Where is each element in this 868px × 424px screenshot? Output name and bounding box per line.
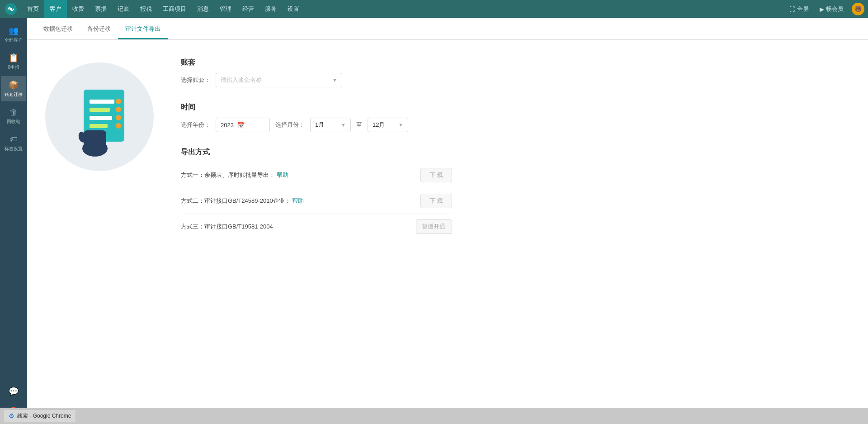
sidebar-item-zero-declaration[interactable]: 📋 0申报: [1, 49, 26, 74]
start-month-select[interactable]: 1月 ▼: [310, 118, 351, 132]
export-method-2: 方式二：审计接口GB/T24589-2010企业： 帮助 下 载: [181, 188, 452, 214]
page-body: 账套 选择账套： 请输入账套名称 ▼ 时间 选择年: [45, 53, 452, 239]
chrome-icon: ⚙: [9, 412, 14, 419]
app-logo: [4, 2, 18, 16]
export-method-1-download-button[interactable]: 下 载: [420, 168, 452, 182]
account-select-label: 选择账套：: [181, 76, 210, 84]
export-method-2-help-link[interactable]: 帮助: [292, 197, 304, 204]
nav-customer[interactable]: 客户: [44, 0, 67, 18]
nav-tax[interactable]: 报税: [135, 0, 157, 18]
end-month-select[interactable]: 12月 ▼: [368, 118, 408, 132]
export-method-1-help-link[interactable]: 帮助: [277, 172, 288, 178]
sidebar-message-icon[interactable]: 💬: [5, 383, 22, 400]
svg-point-7: [116, 99, 121, 104]
sidebar-item-tag-settings[interactable]: 🏷 标签设置: [1, 130, 26, 156]
migration-icon: 📦: [9, 80, 19, 90]
declaration-icon: 📋: [9, 53, 19, 63]
export-section-title: 导出方式: [181, 148, 452, 157]
year-label: 选择年份：: [181, 121, 210, 129]
main-content: 账套 选择账套： 请输入账套名称 ▼ 时间 选择年: [27, 40, 868, 424]
export-method-3-text: 方式三：审计接口GB/T19581-2004: [181, 223, 273, 231]
customers-icon: 👥: [9, 26, 19, 36]
chevron-down-icon: ▼: [341, 122, 346, 128]
nav-manage[interactable]: 管理: [214, 0, 237, 18]
nav-fee[interactable]: 收费: [67, 0, 90, 18]
chevron-down-icon: ▼: [398, 122, 403, 128]
fullscreen-icon: ⛶: [789, 6, 795, 13]
start-month-value: 1月: [315, 121, 337, 129]
svg-point-9: [116, 115, 121, 120]
nav-operation[interactable]: 经营: [237, 0, 259, 18]
time-separator: 至: [356, 121, 362, 129]
nav-message[interactable]: 消息: [192, 0, 214, 18]
sidebar: 👥 全部客户 📋 0申报 📦 账套迁移 🗑 回收站 🏷 标签设置 💬 ❓: [0, 18, 27, 424]
export-method-2-text: 方式二：审计接口GB/T24589-2010企业： 帮助: [181, 197, 304, 205]
export-method-3-label: 方式三：审计接口GB/T19581-2004: [181, 223, 273, 230]
sidebar-item-recycle[interactable]: 🗑 回收站: [1, 103, 26, 129]
illustration-svg: [59, 71, 140, 162]
sidebar-item-all-customers[interactable]: 👥 全部客户: [1, 22, 26, 47]
nav-settings[interactable]: 设置: [282, 0, 305, 18]
member-label: 畅会员: [826, 5, 844, 13]
chevron-down-icon: ▼: [332, 77, 337, 83]
end-month-value: 12月: [373, 121, 395, 129]
svg-rect-5: [90, 116, 112, 120]
nav-invoice[interactable]: 票据: [90, 0, 112, 18]
svg-point-8: [116, 107, 121, 112]
account-placeholder: 请输入账套名称: [221, 76, 329, 84]
taskbar-chrome-label: 线索 - Google Chrome: [17, 412, 71, 420]
fullscreen-label: 全屏: [797, 5, 809, 13]
calendar-icon: 📅: [237, 122, 245, 129]
time-section: 时间 选择年份： 2023 📅 选择月份： 1月 ▼: [181, 103, 452, 137]
svg-point-10: [116, 123, 121, 129]
svg-rect-6: [90, 124, 108, 128]
taskbar: ⚙ 线索 - Google Chrome: [0, 408, 868, 424]
export-method-1: 方式一：余额表、序时账批量导出： 帮助 下 载: [181, 162, 452, 188]
nav-bookkeeping[interactable]: 记账: [112, 0, 135, 18]
sidebar-item-account-migration[interactable]: 📦 账套迁移: [1, 76, 26, 101]
account-form-row: 选择账套： 请输入账套名称 ▼: [181, 73, 452, 87]
month-label: 选择月份：: [275, 121, 305, 129]
top-navigation: 首页 客户 收费 票据 记账 报税 工商项目 消息 管理 经营 服务 设置 ⛶ …: [0, 0, 868, 18]
nav-right-actions: ⛶ 全屏 ▶ 畅会员 🐻: [787, 3, 864, 15]
year-value: 2023: [221, 122, 234, 129]
nav-service[interactable]: 服务: [259, 0, 282, 18]
main-layout: 👥 全部客户 📋 0申报 📦 账套迁移 🗑 回收站 🏷 标签设置 💬 ❓ 数据包…: [0, 18, 868, 424]
illustration-circle: [45, 62, 154, 171]
taskbar-chrome[interactable]: ⚙ 线索 - Google Chrome: [4, 410, 76, 422]
year-input[interactable]: 2023 📅: [216, 118, 270, 132]
export-method-3: 方式三：审计接口GB/T19581-2004 暂缓开通: [181, 214, 452, 239]
tabs-bar: 数据包迁移 备份迁移 审计文件导出: [27, 18, 868, 40]
tag-icon: 🏷: [9, 135, 18, 144]
time-section-title: 时间: [181, 103, 452, 112]
svg-rect-3: [90, 100, 114, 104]
nav-home[interactable]: 首页: [22, 0, 44, 18]
content-area: 数据包迁移 备份迁移 审计文件导出: [27, 18, 868, 424]
svg-rect-12: [84, 130, 106, 153]
nav-menu: 首页 客户 收费 票据 记账 报税 工商项目 消息 管理 经营 服务 设置: [22, 0, 787, 18]
form-section: 账套 选择账套： 请输入账套名称 ▼ 时间 选择年: [181, 53, 452, 239]
tab-data-migration[interactable]: 数据包迁移: [36, 19, 80, 39]
member-button[interactable]: ▶ 畅会员: [817, 4, 846, 14]
fullscreen-button[interactable]: ⛶ 全屏: [787, 4, 811, 14]
account-section-title: 账套: [181, 58, 452, 67]
export-method-1-label: 方式一：余额表、序时账批量导出：: [181, 172, 275, 178]
nav-business[interactable]: 工商项目: [157, 0, 192, 18]
recycle-icon: 🗑: [9, 108, 18, 117]
time-form-row: 选择年份： 2023 📅 选择月份： 1月 ▼ 至: [181, 118, 452, 132]
tab-backup-migration[interactable]: 备份迁移: [80, 19, 118, 39]
play-icon: ▶: [820, 6, 824, 13]
user-avatar[interactable]: 🐻: [852, 3, 864, 15]
export-method-2-label: 方式二：审计接口GB/T24589-2010企业：: [181, 197, 291, 204]
svg-point-1: [9, 8, 12, 10]
export-section: 导出方式 方式一：余额表、序时账批量导出： 帮助 下 载 方式二：审计接口GB/…: [181, 148, 452, 239]
account-section: 账套 选择账套： 请输入账套名称 ▼: [181, 58, 452, 92]
svg-rect-4: [90, 108, 110, 112]
illustration-wrap: [45, 62, 154, 239]
export-method-1-text: 方式一：余额表、序时账批量导出： 帮助: [181, 171, 288, 179]
account-select[interactable]: 请输入账套名称 ▼: [216, 73, 342, 87]
export-method-3-coming-button[interactable]: 暂缓开通: [416, 219, 452, 234]
export-method-2-download-button[interactable]: 下 载: [420, 194, 452, 208]
tab-audit-export[interactable]: 审计文件导出: [118, 19, 168, 39]
